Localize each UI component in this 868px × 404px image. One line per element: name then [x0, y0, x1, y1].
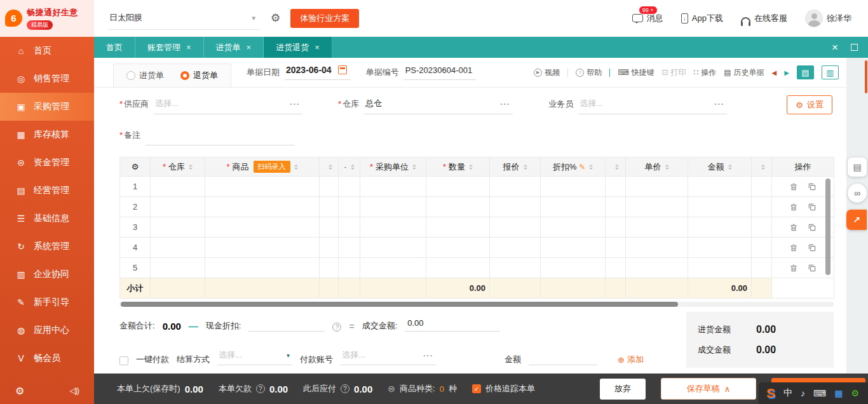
help-button[interactable]: ? 帮助: [576, 67, 602, 78]
close-icon[interactable]: ×: [247, 43, 252, 52]
cash-discount-input[interactable]: [248, 319, 325, 332]
col-dot[interactable]: ·: [339, 158, 360, 177]
ime-keyboard-icon[interactable]: ⌨: [813, 388, 826, 398]
sidebar-item-base-info[interactable]: ☰ 基础信息: [0, 205, 94, 232]
copy-row-icon[interactable]: [804, 202, 820, 212]
delete-row-icon[interactable]: [785, 202, 802, 212]
ime-voice-icon[interactable]: ♪: [801, 388, 805, 398]
radio-return-order[interactable]: 退货单: [180, 70, 218, 81]
col-product[interactable]: *商品扫码录入: [205, 158, 320, 177]
table-horizontal-scrollbar[interactable]: [119, 302, 834, 307]
payment-account-field[interactable]: 选择... ···: [341, 349, 436, 365]
sidebar-item-funds[interactable]: ⊜ 资金管理: [0, 149, 94, 177]
close-all-tabs-icon[interactable]: ×: [832, 42, 838, 53]
col-price[interactable]: 单价: [626, 158, 688, 177]
more-icon[interactable]: ···: [423, 351, 433, 360]
list-view-toggle[interactable]: ▥: [822, 65, 839, 79]
settlement-select[interactable]: 选择... ▾: [217, 349, 292, 365]
col-warehouse[interactable]: *仓库: [151, 158, 205, 177]
video-button[interactable]: ▶ 视频: [534, 67, 560, 78]
hotkeys-button[interactable]: ⌨ 快捷键: [618, 67, 654, 78]
help-icon[interactable]: ?: [341, 384, 349, 393]
column-settings-gear-icon[interactable]: ⚙: [120, 158, 151, 177]
abandon-button[interactable]: 放弃: [600, 379, 646, 400]
ime-mode-toggle[interactable]: 中: [783, 387, 792, 399]
save-draft-button[interactable]: 保存草稿 ∧: [661, 378, 756, 400]
warehouse-field[interactable]: 总仓 ···: [364, 98, 513, 114]
clerk-field[interactable]: 选择... ···: [578, 98, 727, 114]
sidebar-item-system[interactable]: ↻ 系统管理: [0, 232, 94, 260]
related-link-button[interactable]: ∞: [848, 184, 867, 203]
page-scrollbar-thumb[interactable]: [865, 60, 867, 93]
table-view-toggle[interactable]: ▤: [797, 65, 814, 79]
company-select[interactable]: 日太阳膜 ▾: [108, 7, 261, 30]
expand-panel-button[interactable]: ↗: [846, 210, 867, 230]
prev-arrow-icon[interactable]: ◀: [772, 69, 777, 76]
col-discount[interactable]: 折扣%✎: [541, 158, 606, 177]
sidebar-item-member[interactable]: Ⅴ 畅会员: [0, 344, 94, 372]
copy-row-icon[interactable]: [804, 263, 820, 273]
remark-field[interactable]: [146, 131, 294, 145]
messages-button[interactable]: 消息 99 +: [632, 13, 663, 24]
sidebar-item-home[interactable]: ⌂ 首页: [0, 37, 94, 65]
tab-home[interactable]: 首页: [94, 37, 135, 58]
settings-button[interactable]: ⚙ 设置: [787, 95, 832, 114]
table-row[interactable]: 2: [120, 197, 834, 217]
user-menu[interactable]: 徐泽华: [805, 10, 851, 27]
add-payment-button[interactable]: ⊕ 添加: [618, 354, 644, 365]
sidebar-item-purchase[interactable]: ▣ 采购管理: [0, 93, 94, 121]
more-icon[interactable]: ···: [714, 99, 724, 109]
price-track-toggle[interactable]: ✓ 价格追踪本单: [472, 383, 535, 394]
document-number-field[interactable]: PS-20230604-001: [404, 65, 477, 80]
col-quote[interactable]: 报价: [490, 158, 541, 177]
delete-row-icon[interactable]: [785, 263, 802, 273]
copy-row-icon[interactable]: [804, 222, 820, 232]
table-row[interactable]: 5: [120, 258, 834, 278]
ime-toolbox-icon[interactable]: ⚙: [851, 388, 859, 398]
delete-row-icon[interactable]: [785, 222, 802, 232]
app-download-button[interactable]: ↓ App下载: [681, 13, 723, 24]
calendar-icon[interactable]: [338, 65, 347, 74]
online-service-button[interactable]: 在线客服: [741, 13, 787, 24]
sidebar-item-guide[interactable]: ✎ 新手引导: [0, 288, 94, 316]
sidebar-item-app-center[interactable]: ◍ 应用中心: [0, 316, 94, 344]
ime-handwrite-icon[interactable]: ▦: [834, 388, 843, 398]
date-field[interactable]: 2023-06-04: [285, 65, 351, 80]
speaker-icon[interactable]: ◁)): [70, 386, 79, 395]
operations-button[interactable]: ∷ 操作: [694, 67, 717, 78]
delete-row-icon[interactable]: [785, 243, 802, 252]
tab-account-management[interactable]: 账套管理 ×: [135, 37, 204, 58]
account-settings-gear-icon[interactable]: ⚙: [271, 11, 280, 25]
fullscreen-icon[interactable]: [851, 44, 858, 51]
col-qty[interactable]: *数量: [426, 158, 490, 177]
sidebar-gear-icon[interactable]: ⚙: [15, 385, 24, 397]
radio-purchase-order[interactable]: 进货单: [126, 70, 164, 81]
copy-row-icon[interactable]: [804, 243, 820, 252]
sogou-logo-icon[interactable]: S: [766, 386, 775, 401]
table-row[interactable]: 3: [120, 217, 834, 238]
history-button[interactable]: ▤ 历史单据: [724, 67, 764, 78]
print-button[interactable]: ⊡ 打印: [662, 67, 686, 78]
tab-purchase-return[interactable]: 进货退货 ×: [264, 37, 332, 58]
supplier-field[interactable]: 选择... ···: [154, 98, 302, 114]
draft-list-button[interactable]: ▤: [848, 158, 867, 177]
help-icon[interactable]: ?: [256, 384, 265, 393]
sidebar-item-sales[interactable]: ◎ 销售管理: [0, 65, 94, 93]
sidebar-item-collaboration[interactable]: ▥ 企业协同: [0, 260, 94, 288]
more-icon[interactable]: ···: [500, 99, 510, 109]
amount-input[interactable]: [529, 353, 597, 365]
col-blank-1[interactable]: [320, 158, 339, 177]
close-icon[interactable]: ×: [186, 43, 191, 52]
scan-entry-badge[interactable]: 扫码录入: [254, 161, 290, 173]
experience-solution-button[interactable]: 体验行业方案: [290, 9, 359, 28]
sidebar-item-inventory[interactable]: ▦ 库存核算: [0, 121, 94, 149]
more-icon[interactable]: ···: [290, 99, 300, 109]
copy-row-icon[interactable]: [804, 182, 820, 191]
col-amount[interactable]: 金额: [688, 158, 752, 177]
one-click-pay-checkbox[interactable]: [119, 356, 128, 365]
col-blank-3[interactable]: [752, 158, 772, 177]
table-row[interactable]: 4: [120, 238, 834, 258]
sidebar-item-business[interactable]: ▤ 经营管理: [0, 177, 94, 205]
tab-purchase-order[interactable]: 进货单 ×: [204, 37, 264, 58]
price-track-checkbox[interactable]: ✓: [472, 384, 481, 393]
